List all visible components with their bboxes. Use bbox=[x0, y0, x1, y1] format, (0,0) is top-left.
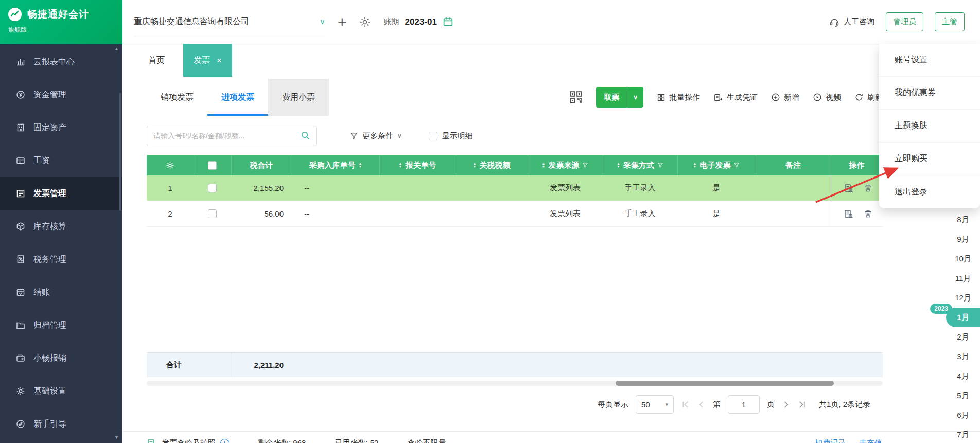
add-new-button[interactable]: 新增 bbox=[771, 93, 799, 102]
sidebar-item-archive[interactable]: 归档管理 bbox=[0, 309, 122, 342]
col-electronic-invoice[interactable]: ▲▼ 电子发票 bbox=[677, 155, 756, 175]
month-item[interactable]: 2月 bbox=[946, 327, 980, 347]
play-circle-icon bbox=[813, 93, 822, 102]
fetch-ticket-button[interactable]: 取票 ∨ bbox=[596, 87, 643, 108]
col-collection-method[interactable]: ▲▼ 采集方式 bbox=[603, 155, 677, 175]
menu-item-buy-now[interactable]: 立即购买 bbox=[879, 143, 980, 175]
sort-icon[interactable]: ▲▼ bbox=[617, 162, 620, 168]
delete-icon[interactable] bbox=[863, 209, 873, 219]
column-settings-button[interactable] bbox=[147, 155, 194, 175]
cell-customs-no bbox=[379, 201, 456, 226]
tab-expense-receipt[interactable]: 费用小票 bbox=[268, 79, 329, 116]
search-input[interactable] bbox=[147, 126, 317, 146]
filter-funnel-icon[interactable] bbox=[657, 162, 663, 168]
deduction-records-link[interactable]: 扣费记录 bbox=[815, 438, 846, 443]
first-page-button[interactable] bbox=[681, 400, 690, 409]
prev-page-button[interactable] bbox=[697, 400, 706, 409]
col-customs-tax[interactable]: ▲▼ 关税税额 bbox=[456, 155, 528, 175]
month-item[interactable]: 9月 bbox=[946, 229, 980, 249]
select-all-checkbox[interactable] bbox=[208, 161, 217, 170]
consult-button[interactable]: 人工咨询 bbox=[829, 17, 874, 27]
company-select[interactable]: 重庆畅捷交通信息咨询有限公司 ∨ bbox=[134, 8, 325, 36]
col-tax-total[interactable]: 税合计 bbox=[231, 155, 292, 175]
sidebar-item-inventory[interactable]: 库存核算 bbox=[0, 210, 122, 243]
view-invoice-icon[interactable] bbox=[844, 183, 854, 193]
sort-icon[interactable]: ▲▼ bbox=[693, 162, 697, 168]
table-row[interactable]: 2 56.00 -- 发票列表 手工录入 是 bbox=[147, 201, 883, 227]
next-page-button[interactable] bbox=[782, 400, 791, 409]
month-item[interactable]: 8月 bbox=[946, 210, 980, 229]
page-number-input[interactable] bbox=[728, 395, 760, 414]
sidebar-scroll-down-icon[interactable]: ▼ bbox=[114, 435, 119, 440]
consult-label: 人工咨询 bbox=[844, 17, 874, 27]
recharge-link[interactable]: 去充值 bbox=[859, 438, 882, 443]
cell-method: 手工录入 bbox=[603, 175, 677, 201]
month-item[interactable]: 4月 bbox=[946, 366, 980, 386]
sort-icon[interactable]: ▲▼ bbox=[359, 162, 362, 168]
horizontal-scrollbar-thumb[interactable] bbox=[616, 381, 834, 386]
tab-sales-invoice[interactable]: 销项发票 bbox=[147, 79, 207, 116]
sort-icon[interactable]: ▲▼ bbox=[399, 162, 402, 168]
qr-code-button[interactable] bbox=[569, 91, 583, 104]
more-conditions-button[interactable]: 更多条件 ∨ bbox=[349, 131, 402, 141]
admin-button[interactable]: 管理员 bbox=[886, 12, 923, 31]
generate-voucher-button[interactable]: 生成凭证 bbox=[713, 93, 758, 102]
month-item[interactable]: 5月 bbox=[946, 386, 980, 405]
sidebar-item-fixed-assets[interactable]: 固定资产 bbox=[0, 111, 122, 144]
video-button[interactable]: 视频 bbox=[813, 93, 841, 102]
table-row[interactable]: 1 2,155.20 -- 发票列表 手工录入 是 bbox=[147, 175, 883, 201]
tab-invoice[interactable]: 发票 × bbox=[183, 44, 232, 77]
month-item[interactable]: 7月 bbox=[946, 425, 980, 443]
col-purchase-inbound-no[interactable]: 采购入库单号 ▲▼ bbox=[292, 155, 379, 175]
tab-home[interactable]: 首页 bbox=[136, 44, 177, 77]
col-invoice-source[interactable]: ▲▼ 发票来源 bbox=[528, 155, 603, 175]
menu-item-theme-skin[interactable]: 主题换肤 bbox=[879, 110, 980, 143]
sort-icon[interactable]: ▲▼ bbox=[473, 162, 477, 168]
sidebar-item-beginner-guide[interactable]: 新手引导 bbox=[0, 407, 122, 440]
month-item[interactable]: 3月 bbox=[946, 347, 980, 366]
month-item[interactable]: 12月 bbox=[946, 288, 980, 308]
header-settings-button[interactable] bbox=[359, 16, 371, 28]
horizontal-scrollbar[interactable] bbox=[147, 381, 883, 386]
last-page-button[interactable] bbox=[798, 400, 807, 409]
row-checkbox[interactable] bbox=[208, 209, 217, 218]
search-icon[interactable] bbox=[301, 131, 310, 140]
sidebar-scrollbar-thumb[interactable] bbox=[119, 93, 121, 211]
col-remark[interactable]: 备注 bbox=[756, 155, 831, 175]
menu-item-account-settings[interactable]: 账号设置 bbox=[879, 44, 980, 77]
month-item[interactable]: 11月 bbox=[946, 269, 980, 288]
filter-funnel-icon[interactable] bbox=[733, 162, 740, 168]
per-page-select[interactable]: 50 ▾ bbox=[636, 395, 674, 414]
tab-purchase-invoice[interactable]: 进项发票 bbox=[207, 79, 268, 116]
sidebar-item-tax[interactable]: 税务管理 bbox=[0, 243, 122, 276]
month-item[interactable]: 10月 bbox=[946, 249, 980, 269]
sidebar-item-salary[interactable]: 工资 bbox=[0, 144, 122, 177]
sidebar-item-reimbursement[interactable]: 小畅报销 bbox=[0, 342, 122, 375]
menu-item-my-coupons[interactable]: 我的优惠券 bbox=[879, 77, 980, 110]
per-page-value: 50 bbox=[641, 400, 650, 409]
sidebar-item-cloud-reports[interactable]: 云报表中心 bbox=[0, 45, 122, 78]
filter-funnel-icon[interactable] bbox=[582, 162, 588, 168]
sidebar-item-invoice-management[interactable]: 发票管理 bbox=[0, 177, 122, 210]
calendar-icon[interactable] bbox=[443, 16, 453, 27]
more-conditions-label: 更多条件 bbox=[362, 131, 393, 141]
sidebar-item-basic-settings[interactable]: 基础设置 bbox=[0, 375, 122, 407]
refresh-button[interactable]: 刷新 bbox=[854, 93, 883, 102]
sidebar-scroll-up-icon[interactable]: ▲ bbox=[114, 47, 119, 51]
supervisor-button[interactable]: 主管 bbox=[935, 12, 965, 31]
col-customs-declaration-no[interactable]: ▲▼ 报关单号 bbox=[379, 155, 456, 175]
month-item[interactable]: 6月 bbox=[946, 405, 980, 425]
add-account-button[interactable]: + bbox=[338, 14, 347, 30]
show-detail-checkbox[interactable] bbox=[429, 132, 437, 140]
close-icon[interactable]: × bbox=[217, 56, 222, 65]
batch-operation-button[interactable]: 批量操作 bbox=[657, 93, 700, 102]
delete-icon[interactable] bbox=[863, 183, 873, 193]
info-icon[interactable]: i bbox=[220, 439, 229, 443]
menu-item-logout[interactable]: 退出登录 bbox=[879, 175, 980, 208]
sort-icon[interactable]: ▲▼ bbox=[542, 162, 546, 168]
sidebar-item-closing[interactable]: 结账 bbox=[0, 276, 122, 309]
sidebar-item-funds[interactable]: 资金管理 bbox=[0, 78, 122, 111]
view-invoice-icon[interactable] bbox=[844, 209, 854, 219]
row-checkbox[interactable] bbox=[208, 184, 217, 192]
show-detail-toggle[interactable]: 显示明细 bbox=[429, 131, 473, 141]
